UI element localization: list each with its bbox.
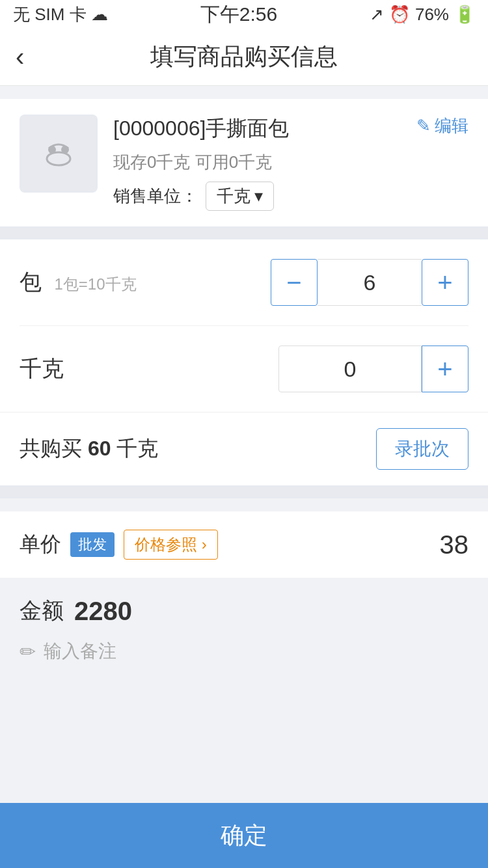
product-logo-icon: [39, 134, 78, 173]
price-value: 38: [440, 530, 469, 560]
svg-point-2: [47, 152, 70, 165]
price-tag-badge: 批发: [70, 532, 115, 557]
price-row: 单价 批发 价格参照 › 38: [20, 530, 468, 560]
nav-bar: ‹ 填写商品购买信息: [0, 29, 488, 86]
total-section: 共购买 60 千克 录批次: [0, 412, 488, 485]
battery-icon: 🔋: [454, 5, 475, 25]
section-divider-1: [0, 226, 488, 239]
status-time: 下午2:56: [200, 1, 277, 28]
qty-label-kg: 千克: [20, 354, 278, 384]
amount-label: 金额: [20, 596, 64, 626]
battery-text: 76%: [415, 5, 449, 25]
unit-select[interactable]: 千克 ▾: [206, 182, 274, 211]
status-right: ↗ ⏰ 76% 🔋: [370, 5, 475, 25]
product-stock: 现存0千克 可用0千克: [113, 151, 468, 174]
note-icon: ✏: [20, 640, 36, 663]
price-ref-button[interactable]: 价格参照 ›: [124, 530, 218, 560]
batch-button[interactable]: 录批次: [376, 428, 468, 470]
total-text: 共购买 60 千克: [20, 435, 158, 463]
chevron-down-icon: ▾: [254, 186, 263, 206]
product-image: [20, 115, 98, 193]
amount-section: 金额 2280 ✏ 输入备注: [0, 578, 488, 677]
confirm-button[interactable]: 确定: [0, 803, 488, 868]
qty-input-kg[interactable]: [278, 346, 422, 392]
qty-section: 包 1包=10千克 − + 千克 +: [0, 239, 488, 412]
total-amount: 60: [88, 437, 116, 460]
price-section: 单价 批发 价格参照 › 38: [0, 511, 488, 578]
page-title: 填写商品购买信息: [150, 41, 338, 73]
qty-control-bao: − +: [271, 259, 468, 306]
section-divider-2: [0, 485, 488, 498]
qty-row-kg: 千克 +: [20, 326, 468, 412]
alarm-icon: ⏰: [389, 5, 410, 25]
product-name: [0000006]手撕面包: [113, 115, 468, 143]
note-text: 输入备注: [44, 639, 116, 664]
qty-increment-kg[interactable]: +: [422, 346, 468, 392]
qty-input-bao[interactable]: [318, 259, 422, 306]
price-label-area: 单价 批发 价格参照 ›: [20, 530, 218, 560]
amount-row: 金额 2280: [20, 596, 468, 626]
product-unit-row: 销售单位： 千克 ▾: [113, 182, 468, 211]
qty-row-bao: 包 1包=10千克 − +: [20, 239, 468, 326]
qty-decrement-bao[interactable]: −: [271, 259, 318, 306]
product-info: [0000006]手撕面包 现存0千克 可用0千克 销售单位： 千克 ▾: [113, 115, 468, 211]
amount-value: 2280: [74, 597, 132, 626]
edit-button[interactable]: ✎ 编辑: [416, 115, 468, 137]
edit-icon: ✎: [416, 116, 431, 136]
price-label: 单价: [20, 530, 61, 559]
sim-signal-text: 无 SIM 卡 ☁: [13, 3, 108, 26]
status-left: 无 SIM 卡 ☁: [13, 3, 108, 26]
back-button[interactable]: ‹: [16, 42, 24, 72]
product-card: [0000006]手撕面包 现存0千克 可用0千克 销售单位： 千克 ▾ ✎ 编…: [0, 99, 488, 226]
qty-hint-bao: 1包=10千克: [54, 275, 136, 293]
qty-label-bao: 包 1包=10千克: [20, 267, 271, 297]
status-bar: 无 SIM 卡 ☁ 下午2:56 ↗ ⏰ 76% 🔋: [0, 0, 488, 29]
unit-label: 销售单位：: [113, 185, 198, 208]
location-icon: ↗: [370, 5, 384, 25]
qty-increment-bao[interactable]: +: [422, 259, 468, 306]
note-row[interactable]: ✏ 输入备注: [20, 639, 468, 664]
qty-control-kg: +: [278, 346, 468, 392]
